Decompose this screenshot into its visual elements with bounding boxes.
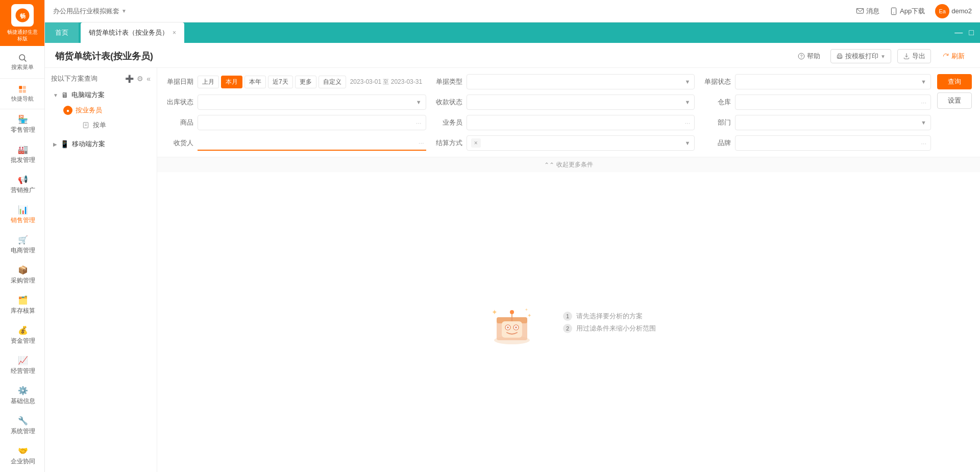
salesperson-input[interactable]: ··· [467,115,695,130]
print-dropdown-arrow[interactable]: ▼ [880,54,886,59]
empty-tip-2: 2 用过滤条件来缩小分析范围 [563,324,656,333]
tip-2-text: 用过滤条件来缩小分析范围 [576,324,656,333]
sidebar-item-ecommerce[interactable]: 🛒 电商管理 [0,230,44,260]
logo-icon: 畅 [11,4,34,27]
sidebar-item-operations[interactable]: 📈 经营管理 [0,350,44,381]
refresh-button[interactable]: 刷新 [937,50,970,63]
quick-nav-button[interactable]: 快捷导航 [3,82,41,106]
page-title: 销货单统计表(按业务员) [55,50,153,62]
settlement-tag-close[interactable]: × [474,139,478,147]
doctype-dropdown-arrow: ▼ [684,79,690,85]
sidebar-item-purchase[interactable]: 📦 采购管理 [0,260,44,290]
desktop-icon: 🖥 [61,91,68,99]
tab-close-button[interactable]: × [173,29,176,36]
home-tab-label: 首页 [55,28,68,37]
sidebar-logo[interactable]: 畅 畅捷通好生意 标版 [0,0,44,46]
outstatus-select-wrapper: ▼ [198,95,426,110]
help-button[interactable]: ? 帮助 [794,50,824,63]
product-label: 商品 [165,118,193,127]
sidebar-item-system[interactable]: 🔧 系统管理 [0,411,44,441]
last7-btn[interactable]: 近7天 [268,76,293,88]
marketing-icon: 📢 [18,175,28,184]
add-scheme-button[interactable]: ➕ [125,75,134,83]
by-salesperson-item[interactable]: ● 按业务员 [59,103,153,118]
date-label: 单据日期 [165,77,193,86]
active-tab[interactable]: 销货单统计表（按业务员） × [81,22,184,43]
sidebar: 畅 畅捷通好生意 标版 搜索菜单 快捷导航 🏪 零售管理 🏭 批发管理 📢 营销… [0,0,45,472]
by-order-sub: 按单 [59,118,153,132]
svg-rect-6 [19,90,22,93]
app-download-button[interactable]: App下载 [890,7,925,16]
this-month-btn[interactable]: 本月 [221,76,242,88]
tab-minimize-button[interactable]: — [952,26,965,39]
filter-date-cell: 单据日期 上月 本月 本年 近7天 更多 自定义 2023-03-01 至 20… [165,74,434,89]
home-tab[interactable]: 首页 [45,22,79,43]
collapse-icon: ⌃⌃ [544,161,554,169]
sidebar-item-enterprise[interactable]: 🤝 企业协同 [0,441,44,471]
warehouse-input[interactable]: ··· [735,95,931,110]
sidebar-item-basic[interactable]: ⚙️ 基础信息 [0,381,44,411]
docstatus-select[interactable]: ▼ [735,74,931,89]
collapse-panel-button[interactable]: « [146,75,151,83]
settings-button[interactable]: 设置 [937,92,972,109]
svg-line-3 [24,59,26,61]
doctype-select[interactable]: ▼ [467,74,695,89]
brand-input[interactable]: ··· [735,135,931,151]
department-label: 部门 [703,118,731,127]
tabbar-actions: — □ [952,26,980,39]
message-button[interactable]: 消息 [856,7,879,16]
settings-scheme-button[interactable]: ⚙ [137,75,143,83]
sidebar-item-sales[interactable]: 📊 销售管理 [0,200,44,230]
department-select[interactable]: ▼ [735,115,931,130]
retail-icon: 🏪 [18,114,28,124]
sidebar-item-marketing[interactable]: 📢 营销推广 [0,170,44,200]
topbar-left: 办公用品行业模拟账套 ▼ [53,7,127,16]
user-profile[interactable]: Ea demo2 [935,4,972,18]
search-menu-button[interactable]: 搜索菜单 [3,50,41,74]
settlement-input[interactable]: × ▼ [467,135,695,151]
sales-icon: 📊 [18,205,28,215]
export-button[interactable]: 导出 [897,49,931,63]
product-input[interactable]: ··· [198,115,426,130]
filter-recipient-cell: 收货人 ··· [165,135,434,151]
sidebar-item-retail[interactable]: 🏪 零售管理 [0,109,44,139]
by-order-item[interactable]: 按单 [78,118,153,132]
left-panel: 按以下方案查询 ➕ ⚙ « ▼ 🖥 电 [45,68,157,472]
svg-text:✦: ✦ [492,308,498,316]
finance-icon: 💰 [18,325,28,335]
svg-point-25 [507,326,509,328]
receiptstatus-label: 收款状态 [434,98,462,107]
last-month-btn[interactable]: 上月 [198,76,219,88]
outstatus-select[interactable]: ▼ [198,95,426,110]
this-year-btn[interactable]: 本年 [244,76,266,88]
custom-date-btn[interactable]: 自定义 [318,76,346,88]
query-button[interactable]: 查询 [937,74,972,89]
scheme-tree: ▼ 🖥 电脑端方案 ● 按业务员 [45,87,157,152]
account-dropdown[interactable]: 办公用品行业模拟账套 ▼ [53,7,127,16]
sidebar-item-finance-label: 资金管理 [11,337,35,345]
tab-restore-button[interactable]: □ [967,26,976,39]
mobile-section-header[interactable]: ▶ 📱 移动端方案 [49,136,153,152]
sidebar-item-operations-label: 经营管理 [11,367,35,375]
inventory-icon: 🗂️ [18,295,28,305]
more-date-btn[interactable]: 更多 [295,76,316,88]
collapse-bar[interactable]: ⌃⌃ 收起更多条件 [157,157,980,172]
print-button[interactable]: 按模板打印 ▼ [830,49,891,63]
filter-salesperson-cell: 业务员 ··· [434,115,703,130]
sidebar-item-wholesale[interactable]: 🏭 批发管理 [0,139,44,170]
svg-point-28 [510,310,514,314]
system-icon: 🔧 [18,416,28,426]
sidebar-item-basic-label: 基础信息 [11,397,35,406]
recipient-input[interactable] [200,139,419,147]
page-inner: 销货单统计表(按业务员) ? 帮助 按模板打印 ▼ 导出 [45,43,980,472]
tip-2-num: 2 [563,324,572,333]
receiptstatus-select[interactable]: ▼ [467,95,695,110]
empty-tips: 1 请先选择要分析的方案 2 用过滤条件来缩小分析范围 [563,312,656,333]
sidebar-item-system-label: 系统管理 [11,427,35,436]
settlement-label: 结算方式 [434,138,462,148]
sidebar-item-finance[interactable]: 💰 资金管理 [0,320,44,350]
filter-outstatus-cell: 出库状态 ▼ [165,95,434,110]
desktop-section-header[interactable]: ▼ 🖥 电脑端方案 [49,87,153,103]
salesperson-label: 业务员 [434,118,462,127]
sidebar-item-inventory[interactable]: 🗂️ 库存核算 [0,290,44,320]
